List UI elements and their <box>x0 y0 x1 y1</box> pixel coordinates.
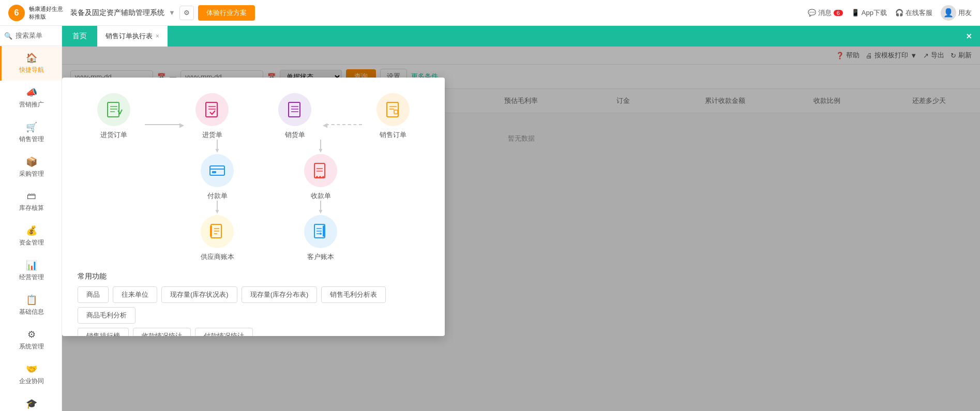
svg-rect-0 <box>108 102 119 117</box>
sidebar-item-enterprise[interactable]: 🤝 企业协同 <box>0 357 62 392</box>
svg-rect-27 <box>323 225 325 237</box>
tab-bar: 首页 销售订单执行表 × × <box>62 26 980 47</box>
customer-ledger-label: 客户账本 <box>307 252 334 262</box>
dropdown-icon[interactable]: ▼ <box>169 9 175 17</box>
svg-point-31 <box>320 233 322 235</box>
svg-rect-7 <box>289 102 300 117</box>
marketing-icon: 📣 <box>26 87 37 98</box>
trial-button[interactable]: 体验行业方案 <box>198 5 255 21</box>
search-icon: 🔍 <box>4 32 12 40</box>
sales-order-label: 销售订单 <box>380 130 406 140</box>
func-btn-product[interactable]: 商品 <box>78 286 109 303</box>
supplier-ledger-circle <box>201 215 234 248</box>
sales-icon: 🛒 <box>26 121 37 133</box>
purchase-icon: 📦 <box>26 156 37 168</box>
system-icon: ⚙ <box>27 329 36 340</box>
home-icon: 🏠 <box>26 52 37 64</box>
sidebar-item-purchase[interactable]: 📦 采购管理 <box>0 150 62 185</box>
customer-ledger-circle <box>304 215 337 248</box>
flow-node-sales-order[interactable]: 销售订单 <box>362 93 424 140</box>
sales-bill-circle <box>278 93 311 126</box>
basic-icon: 📋 <box>26 294 37 306</box>
finance-icon: 💰 <box>26 225 37 236</box>
flow-node-customer-ledger[interactable]: 客户账本 <box>290 215 352 262</box>
online-service-button[interactable]: 🎧 在线客服 <box>895 8 932 18</box>
flow-col-supplier-ledger: 供应商账本 <box>186 215 248 262</box>
page-content: ❓ 帮助 🖨 按模板打印 ▼ ↗ 导出 ↻ 刷新 <box>62 47 980 411</box>
tab-close-icon[interactable]: × <box>156 33 159 40</box>
flow-col-sales-order: 销售订单 <box>362 93 424 140</box>
function-btns-row1: 商品 往来单位 现存量(库存状况表) 现存量(库存分布表) 销售毛利分析表 商品… <box>78 286 429 324</box>
func-btn-stock-dist[interactable]: 现存量(库存分布表) <box>242 286 318 303</box>
svg-rect-17 <box>212 171 216 173</box>
func-btn-product-gross[interactable]: 商品毛利分析 <box>78 307 135 324</box>
sidebar-item-newbie[interactable]: 🎓 新手引导 <box>0 392 62 411</box>
sidebar-item-inventory[interactable]: 🗃 库存核算 <box>0 185 62 219</box>
settings-button[interactable]: ⚙ <box>179 6 194 20</box>
common-functions-title: 常用功能 <box>78 272 429 281</box>
func-btn-customer-vendor[interactable]: 往来单位 <box>113 286 157 303</box>
logo-text: 畅康通好生意 标推版 <box>29 5 63 20</box>
sidebar-item-finance[interactable]: 💰 资金管理 <box>0 219 62 253</box>
svg-rect-4 <box>206 102 217 117</box>
flow-node-payment-bill[interactable]: 付款单 <box>186 154 248 201</box>
app-download-button[interactable]: 📱 App下载 <box>851 8 887 18</box>
flow-node-purchase-bill[interactable]: 进货单 <box>181 93 243 140</box>
svg-rect-15 <box>210 166 224 175</box>
message-icon: 💬 <box>808 9 816 17</box>
logo-icon: 6 <box>8 5 25 21</box>
modal-overlay[interactable]: 进货订单 ▶ <box>62 47 980 411</box>
flow-col-customer-ledger: 客户账本 <box>290 215 352 262</box>
purchase-order-label: 进货订单 <box>100 130 127 140</box>
tab-close-all-button[interactable]: × <box>966 31 972 42</box>
sidebar-item-marketing[interactable]: 📣 营销推广 <box>0 81 62 115</box>
phone-icon: 📱 <box>851 9 860 17</box>
user-button[interactable]: 👤 用友 <box>941 5 972 21</box>
enterprise-icon: 🤝 <box>26 363 37 375</box>
top-bar: 6 畅康通好生意 标推版 装备及固定资产辅助管理系统 ▼ ⚙ 体验行业方案 💬 … <box>0 0 980 26</box>
system-title: 装备及固定资产辅助管理系统 <box>70 8 164 18</box>
message-button[interactable]: 💬 消息 6 <box>808 8 843 18</box>
sales-order-circle <box>376 93 410 126</box>
message-badge: 6 <box>834 10 843 16</box>
modal: 进货订单 ▶ <box>62 78 445 336</box>
purchase-bill-label: 进货单 <box>202 130 222 140</box>
top-center: 装备及固定资产辅助管理系统 ▼ ⚙ 体验行业方案 <box>70 5 808 21</box>
inventory-icon: 🗃 <box>27 191 36 202</box>
purchase-order-circle <box>97 93 130 126</box>
flow-node-receipt-bill[interactable]: 收款单 <box>290 154 352 201</box>
tab-home[interactable]: 首页 <box>62 26 97 47</box>
func-btn-stock-status[interactable]: 现存量(库存状况表) <box>161 286 237 303</box>
flow-col-purchase-order: 进货订单 <box>83 93 145 140</box>
flow-node-sales-bill[interactable]: 销货单 <box>264 93 326 140</box>
tab-sales-order[interactable]: 销售订单执行表 × <box>97 26 168 47</box>
sidebar-item-basic[interactable]: 📋 基础信息 <box>0 288 62 323</box>
avatar: 👤 <box>941 5 956 21</box>
flow-node-purchase-order[interactable]: 进货订单 <box>83 93 145 140</box>
flow-col-sales-bill: 销货单 <box>264 93 326 140</box>
purchase-bill-circle <box>195 93 229 126</box>
flow-col-purchase-bill: 进货单 <box>181 93 243 140</box>
top-right: 💬 消息 6 📱 App下载 🎧 在线客服 👤 用友 <box>808 5 972 21</box>
flow-diagram: 进货订单 ▶ <box>78 93 429 262</box>
search-menu-button[interactable]: 🔍 搜索菜单 <box>0 26 62 46</box>
sidebar-item-system[interactable]: ⚙ 系统管理 <box>0 323 62 357</box>
common-functions: 常用功能 商品 往来单位 现存量(库存状况表) 现存量(库存分布表) 销售毛利分… <box>78 272 429 336</box>
func-btn-sales-rank[interactable]: 销售排行榜 <box>78 328 129 336</box>
func-btn-sales-gross[interactable]: 销售毛利分析表 <box>321 286 386 303</box>
flow-node-supplier-ledger[interactable]: 供应商账本 <box>186 215 248 262</box>
flow-col-receipt-bill: 收款单 <box>290 154 352 201</box>
sidebar-item-operation[interactable]: 📊 经营管理 <box>0 253 62 288</box>
newbie-icon: 🎓 <box>26 398 37 409</box>
payment-bill-circle <box>201 154 234 187</box>
sidebar-item-quick-nav[interactable]: 🏠 快捷导航 <box>0 46 62 81</box>
func-btn-receipt-stats[interactable]: 收款情况统计 <box>133 328 191 336</box>
main-layout: 🔍 搜索菜单 🏠 快捷导航 📣 营销推广 🛒 销售管理 📦 采购管理 🗃 库存核… <box>0 26 980 411</box>
func-btn-payment-stats[interactable]: 付款情况统计 <box>195 328 253 336</box>
sidebar-item-sales[interactable]: 🛒 销售管理 <box>0 115 62 150</box>
svg-rect-18 <box>314 163 325 178</box>
operation-icon: 📊 <box>26 260 37 271</box>
receipt-bill-circle <box>304 154 337 187</box>
content-area: 首页 销售订单执行表 × × ❓ 帮助 🖨 按模板打印 ▼ <box>62 26 980 411</box>
receipt-bill-label: 收款单 <box>311 191 331 201</box>
